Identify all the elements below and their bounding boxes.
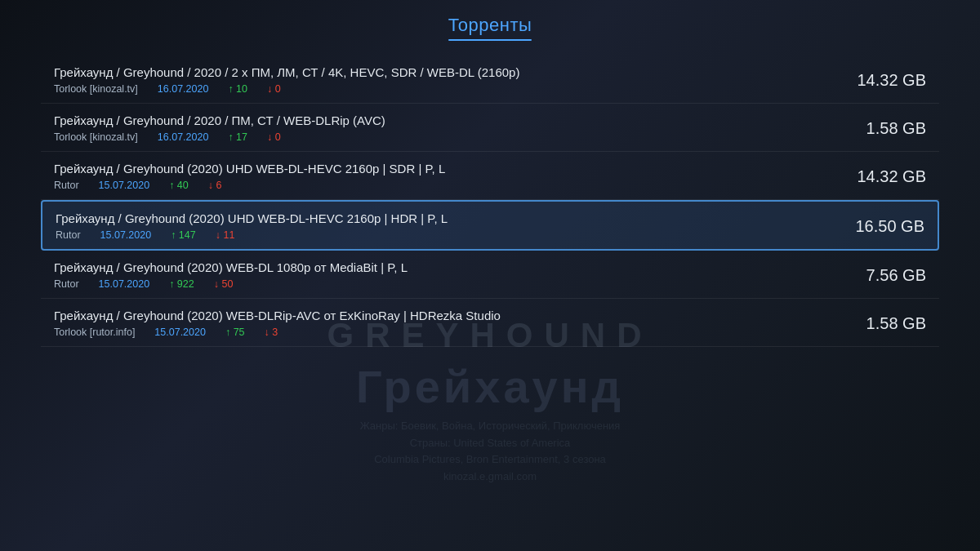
torrent-left: Грейхаунд / Greyhound (2020) UHD WEB-DL-… [54,162,836,191]
torrent-seeds: ↑ 10 [228,83,247,95]
torrent-source: Rutor [54,180,79,191]
torrent-size: 7.56 GB [836,266,926,285]
torrent-date: 15.07.2020 [154,327,206,338]
torrent-source: Torlook [rutor.info] [54,327,135,338]
torrent-name: Грейхаунд / Greyhound / 2020 / ПМ, СТ / … [54,113,836,127]
torrent-leeches: ↓ 0 [267,131,281,143]
torrent-leeches: ↓ 6 [208,180,222,191]
torrent-item[interactable]: Грейхаунд / Greyhound (2020) UHD WEB-DL-… [41,152,939,200]
torrent-date: 15.07.2020 [100,229,152,241]
torrent-size: 14.32 GB [836,167,926,186]
torrent-source: Rutor [54,278,79,290]
torrent-name: Грейхаунд / Greyhound / 2020 / 2 х ПМ, Л… [54,65,836,79]
torrent-meta-row: Rutor 15.07.2020 ↑ 40 ↓ 6 [54,180,836,191]
torrent-item[interactable]: Грейхаунд / Greyhound / 2020 / ПМ, СТ / … [41,104,939,152]
torrent-size: 14.32 GB [836,71,926,90]
torrent-item[interactable]: Грейхаунд / Greyhound (2020) WEB-DLRip-A… [41,299,939,347]
torrent-left: Грейхаунд / Greyhound (2020) UHD WEB-DL-… [56,211,835,241]
torrent-left: Грейхаунд / Greyhound (2020) WEB-DL 1080… [54,260,836,290]
torrent-name: Грейхаунд / Greyhound (2020) WEB-DLRip-A… [54,309,836,322]
torrent-seeds: ↑ 75 [225,327,245,338]
torrent-date: 15.07.2020 [99,180,150,191]
torrent-leeches: ↓ 50 [214,278,234,290]
torrent-leeches: ↓ 3 [265,327,278,338]
torrent-name: Грейхаунд / Greyhound (2020) UHD WEB-DL-… [54,162,836,176]
torrent-meta-row: Torlook [kinozal.tv] 16.07.2020 ↑ 17 ↓ 0 [54,131,836,143]
torrent-date: 16.07.2020 [158,83,209,95]
torrent-leeches: ↓ 0 [267,83,281,95]
torrent-left: Грейхаунд / Greyhound (2020) WEB-DLRip-A… [54,309,836,338]
torrent-left: Грейхаунд / Greyhound / 2020 / ПМ, СТ / … [54,113,836,143]
torrent-size: 1.58 GB [836,314,926,333]
torrent-left: Грейхаунд / Greyhound / 2020 / 2 х ПМ, Л… [54,65,836,95]
torrent-seeds: ↑ 40 [169,180,189,191]
page-title: Торренты [448,15,532,36]
torrent-name: Грейхаунд / Greyhound (2020) WEB-DL 1080… [54,260,836,274]
title-underline [448,39,532,41]
torrent-item[interactable]: Грейхаунд / Greyhound / 2020 / 2 х ПМ, Л… [41,56,939,104]
page-header: Торренты [448,15,532,41]
torrent-item[interactable]: Грейхаунд / Greyhound (2020) UHD WEB-DL-… [41,200,939,251]
torrent-seeds: ↑ 147 [171,229,196,241]
torrent-date: 16.07.2020 [158,131,209,143]
torrent-source: Torlook [kinozal.tv] [54,83,138,95]
torrent-size: 16.50 GB [835,217,924,236]
torrent-seeds: ↑ 17 [228,131,247,143]
torrent-item[interactable]: Грейхаунд / Greyhound (2020) WEB-DL 1080… [41,251,939,299]
torrent-date: 15.07.2020 [99,278,150,290]
torrent-source: Rutor [56,229,81,241]
torrent-seeds: ↑ 922 [169,278,194,290]
torrent-meta-row: Rutor 15.07.2020 ↑ 147 ↓ 11 [56,229,835,241]
torrent-meta-row: Torlook [rutor.info] 15.07.2020 ↑ 75 ↓ 3 [54,327,836,338]
torrent-name: Грейхаунд / Greyhound (2020) UHD WEB-DL-… [56,211,835,225]
main-container: Торренты Грейхаунд / Greyhound / 2020 / … [0,0,980,551]
torrent-source: Torlook [kinozal.tv] [54,131,138,143]
torrent-meta-row: Rutor 15.07.2020 ↑ 922 ↓ 50 [54,278,836,290]
torrent-meta-row: Torlook [kinozal.tv] 16.07.2020 ↑ 10 ↓ 0 [54,83,836,95]
torrent-leeches: ↓ 11 [216,229,235,241]
torrent-size: 1.58 GB [836,119,926,138]
torrent-list: Грейхаунд / Greyhound / 2020 / 2 х ПМ, Л… [41,56,939,347]
